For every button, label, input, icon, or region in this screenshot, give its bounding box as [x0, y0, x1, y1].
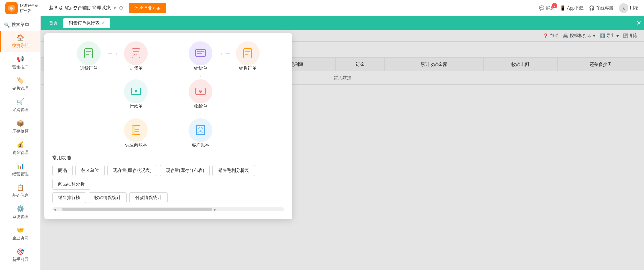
user-label: 用友 — [630, 5, 639, 11]
flow-col-purchase-receipt: 进货单 — [117, 41, 155, 71]
scroll-arrow-left[interactable]: ◀ — [52, 208, 58, 211]
sidebar-item-enterprise[interactable]: 🤝 企业协同 — [0, 223, 40, 245]
basic-icon: 📋 — [17, 184, 24, 191]
label-payment: 付款单 — [129, 103, 143, 109]
logo-text: 畅通好生意 标准版 — [20, 3, 38, 13]
arrow-purchase-to-receipt: - - - → — [107, 41, 117, 65]
sidebar-item-marketing[interactable]: 📢 营销推广 — [0, 52, 40, 73]
sidebar-item-finance[interactable]: 💰 资金管理 — [0, 138, 40, 159]
svg-text:人: 人 — [622, 6, 626, 11]
logo-icon: 畅 — [5, 2, 18, 14]
popup-overlay[interactable]: 进货订单 - - - → — [41, 30, 644, 270]
home-tab-label: 首页 — [49, 20, 58, 26]
sales-order-tab-label: 销售订单执行表 — [69, 20, 100, 26]
func-btn-receipt-stats[interactable]: 收款情况统计 — [89, 192, 127, 203]
label-sales-slip: 销货单 — [194, 65, 207, 71]
online-service-label: 在线客服 — [596, 5, 613, 11]
sidebar-item-system[interactable]: ⚙️ 系统管理 — [0, 202, 40, 223]
sidebar-label-enterprise: 企业协同 — [12, 235, 29, 241]
sidebar-item-operation[interactable]: 📊 经营管理 — [0, 159, 40, 180]
label-supplier-ledger: 供应商账本 — [125, 142, 147, 148]
message-icon: 💬 — [539, 5, 544, 11]
dropdown-icon[interactable]: ▾ — [114, 5, 116, 11]
gear-icon[interactable]: ⚙ — [119, 5, 123, 11]
sidebar: 🔍 搜索菜单 🏠 快捷导航 📢 营销推广 🏷️ 销售管理 🛒 采购管理 📦 库存… — [0, 16, 41, 270]
svg-text:¥: ¥ — [135, 89, 137, 94]
sidebar-label-system: 系统管理 — [12, 214, 29, 220]
svg-text:畅: 畅 — [10, 6, 13, 10]
arrow-down-receipt: ↓ — [182, 72, 219, 78]
common-functions: 常用功能 商品 往来单位 现存量(库存状况表) 现存量(库存分布表) 销售毛利分… — [52, 155, 284, 203]
func-btn-stock-dist[interactable]: 现存量(库存分布表) — [160, 165, 210, 176]
popup-scrollbar[interactable]: ◀ ▶ — [52, 207, 284, 211]
func-btn-sales-profit[interactable]: 销售毛利分析表 — [212, 165, 255, 176]
flow-col-customer-ledger: 客户账本 — [182, 118, 219, 148]
flow-circle-purchase-order — [77, 41, 101, 65]
message-button[interactable]: 💬 消息 5 — [539, 5, 555, 11]
finance-icon: 💰 — [17, 141, 24, 148]
spacer9 — [219, 111, 257, 117]
label-customer-ledger: 客户账本 — [192, 142, 209, 148]
sidebar-label-basic: 基础信息 — [12, 193, 29, 198]
search-menu[interactable]: 🔍 搜索菜单 — [0, 19, 40, 31]
inventory-icon: 📦 — [17, 120, 24, 127]
main-content: 首页 销售订单执行表 ✕ ✕ ❓ 帮助 🖨️ 按模板打印 — [41, 16, 644, 270]
tab-sales-order[interactable]: 销售订单执行表 ✕ — [63, 18, 110, 28]
spacer2 — [155, 72, 182, 78]
arrow-sales-order-to-slip: ← - - - — [219, 41, 229, 65]
arrow-down-customer: ↓ — [182, 111, 219, 117]
experience-button[interactable]: 体验行业方案 — [129, 3, 166, 13]
newbie-icon: 🎯 — [17, 248, 24, 255]
system-title-area: 装备及固定资产辅助管理系统 ▾ ⚙ 体验行业方案 — [49, 3, 539, 13]
tab-bar: 首页 销售订单执行表 ✕ ✕ — [41, 16, 644, 30]
sidebar-item-sales[interactable]: 🏷️ 销售管理 — [0, 73, 40, 95]
flow-circle-sales-order — [236, 41, 260, 65]
tab-bar-close-button[interactable]: ✕ — [636, 19, 641, 27]
sidebar-item-purchase[interactable]: 🛒 采购管理 — [0, 95, 40, 116]
sidebar-label-purchase: 采购管理 — [12, 107, 29, 113]
svg-rect-4 — [85, 49, 93, 58]
quick-nav-icon: 🏠 — [17, 34, 24, 41]
func-btn-product-profit[interactable]: 商品毛利分析 — [52, 179, 90, 190]
sidebar-item-quick-nav[interactable]: 🏠 快捷导航 — [0, 31, 40, 52]
func-btn-product[interactable]: 商品 — [52, 165, 73, 176]
flow-circle-payment: ¥ — [124, 79, 148, 103]
marketing-icon: 📢 — [17, 55, 24, 63]
svg-rect-8 — [132, 49, 140, 58]
scroll-thumb[interactable] — [62, 208, 212, 211]
func-btn-payment-stats[interactable]: 付款情况统计 — [129, 192, 168, 203]
flow-circle-sales-slip — [189, 41, 212, 65]
tab-close-icon[interactable]: ✕ — [102, 21, 105, 25]
flow-col-purchase-order: 进货订单 — [70, 41, 107, 71]
flow-circle-customer-ledger — [189, 118, 212, 142]
func-btn-stock-status[interactable]: 现存量(库存状况表) — [107, 165, 157, 176]
scroll-arrow-right[interactable]: ▶ — [212, 208, 218, 211]
popup-box: 进货订单 - - - → — [44, 33, 292, 219]
func-btn-partner[interactable]: 往来单位 — [75, 165, 105, 176]
top-bar-right: 💬 消息 5 📱 App下载 🎧 在线客服 人 用友 — [539, 3, 639, 13]
svg-rect-15 — [244, 49, 252, 58]
sidebar-item-newbie[interactable]: 🎯 新手引导 — [0, 245, 40, 266]
top-bar: 畅 畅通好生意 标准版 装备及固定资产辅助管理系统 ▾ ⚙ 体验行业方案 💬 消… — [0, 0, 644, 16]
func-btn-sales-rank[interactable]: 销售排行榜 — [52, 192, 86, 203]
purchase-icon: 🛒 — [17, 98, 24, 106]
app-download-icon: 📱 — [560, 5, 565, 11]
online-service-icon: 🎧 — [589, 5, 594, 11]
app-download-button[interactable]: 📱 App下载 — [560, 5, 584, 11]
search-label: 搜索菜单 — [12, 22, 29, 28]
func-buttons-row2: 销售排行榜 收款情况统计 付款情况统计 — [52, 192, 284, 203]
svg-point-29 — [199, 127, 202, 130]
sidebar-item-inventory[interactable]: 📦 库存核算 — [0, 116, 40, 138]
sidebar-item-basic[interactable]: 📋 基础信息 — [0, 180, 40, 202]
avatar: 人 — [619, 3, 628, 13]
flow-circle-supplier-ledger — [124, 118, 148, 142]
user-area[interactable]: 人 用友 — [619, 3, 639, 13]
online-service-button[interactable]: 🎧 在线客服 — [589, 5, 613, 11]
sidebar-label-finance: 资金管理 — [12, 150, 29, 156]
active-indicator — [0, 31, 1, 52]
tab-home[interactable]: 首页 — [43, 18, 63, 28]
common-func-title: 常用功能 — [52, 155, 284, 161]
sidebar-label-sales: 销售管理 — [12, 86, 29, 91]
svg-rect-24 — [132, 125, 135, 135]
flow-col-payment: ¥ 付款单 — [117, 79, 155, 109]
